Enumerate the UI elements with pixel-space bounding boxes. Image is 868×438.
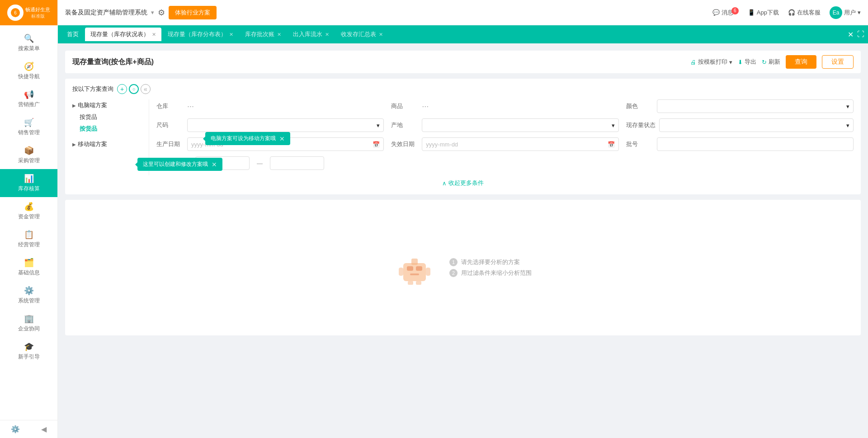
filter-qty: 现存量（主） — <box>156 156 854 170</box>
main-content: 装备及固定资产辅助管理系统 ▾ ⚙ 体验行业方案 💬 消息 6 📱 App下载 … <box>58 0 868 438</box>
page-actions: 🖨 按模板打印 ▾ ⬇ 导出 ↻ 刷新 查询 设置 <box>690 55 854 69</box>
sidebar-item-system[interactable]: ⚙️ 系统管理 <box>0 281 57 309</box>
tab-collect-summary[interactable]: 收发存汇总表 ✕ <box>335 28 388 41</box>
template-print-btn[interactable]: 🖨 按模板打印 ▾ <box>690 58 732 66</box>
system-title: 装备及固定资产辅助管理系统 <box>65 9 147 17</box>
color-select[interactable]: ▾ <box>657 99 854 113</box>
online-service-action[interactable]: 🎧 在线客服 <box>788 9 821 17</box>
qty-max-input[interactable] <box>270 156 324 170</box>
sidebar-item-guide[interactable]: 🧭 快捷导航 <box>0 57 57 85</box>
refresh-btn[interactable]: ↻ 刷新 <box>762 58 780 66</box>
company-icon: 🏢 <box>24 314 34 324</box>
tab-close-inventory-dist[interactable]: ✕ <box>229 32 233 38</box>
search-icon: 🔍 <box>24 33 34 43</box>
filter-inventory-status: 现存量状态 ▾ <box>626 118 854 132</box>
purchase-icon: 📦 <box>24 146 34 155</box>
sidebar-item-company[interactable]: 🏢 企业协同 <box>0 309 57 337</box>
content-area: 现存量查询(按仓库+商品) 🖨 按模板打印 ▾ ⬇ 导出 ↻ 刷新 查询 设置 <box>58 43 868 438</box>
settings-bottom-icon[interactable]: ⚙️ <box>11 425 20 433</box>
finance-icon: 💰 <box>24 202 34 212</box>
svg-rect-9 <box>408 281 413 285</box>
sidebar-item-search[interactable]: 🔍 搜索菜单 <box>0 29 57 57</box>
user-action[interactable]: Ea 用户 ▾ <box>830 6 861 19</box>
empty-illustration <box>394 247 435 288</box>
inventory-status-chevron-icon: ▾ <box>846 122 849 129</box>
prev-scheme-btn[interactable]: « <box>141 84 151 94</box>
expiry-date-input[interactable]: yyyy-mm-dd 📅 <box>422 137 618 151</box>
sidebar-item-finance[interactable]: 💰 资金管理 <box>0 197 57 225</box>
tab-inout-flow[interactable]: 出入库流水 ✕ <box>288 28 335 41</box>
tab-inventory-status[interactable]: 现存量（库存状况表） ✕ <box>85 28 161 41</box>
sidebar-item-purchase[interactable]: 📦 采购管理 <box>0 141 57 169</box>
notification-action[interactable]: 💬 消息 6 <box>712 9 739 17</box>
color-chevron-icon: ▾ <box>846 103 849 110</box>
filter-batch: 批号 <box>626 137 854 151</box>
collapse-sidebar-icon[interactable]: ◀ <box>41 425 47 433</box>
avatar: Ea <box>830 6 842 19</box>
sales-icon: 🛒 <box>24 118 34 127</box>
filter-panel: 按以下方案查询 + ○ « ▶ 电脑端方案 按货品 <box>65 79 861 194</box>
sidebar-item-newbie[interactable]: 🎓 新手引导 <box>0 337 57 365</box>
inventory-icon: 📊 <box>24 174 34 184</box>
sidebar-item-marketing[interactable]: 📢 营销推广 <box>0 85 57 113</box>
maximize-btn[interactable]: ⛶ <box>857 30 864 38</box>
tab-close-inventory-status[interactable]: ✕ <box>152 32 156 38</box>
tab-home[interactable]: 首页 <box>61 28 84 41</box>
mobile-icon: 📱 <box>748 9 755 16</box>
batch-input[interactable] <box>657 137 854 151</box>
tree-item-product1[interactable]: 按货品 <box>72 111 143 123</box>
inventory-status-select[interactable]: ▾ <box>659 118 854 132</box>
close-all-tabs-btn[interactable]: ✕ <box>848 30 854 39</box>
sidebar-item-inventory[interactable]: 📊 库存核算 <box>0 169 57 197</box>
tree-item-product2[interactable]: 按货品 <box>72 123 143 135</box>
export-btn[interactable]: ⬇ 导出 <box>738 58 756 66</box>
collapse-filter-btn[interactable]: ∧ 收起更多条件 <box>72 175 854 193</box>
logo-text: 畅通好生意 标准版 <box>25 6 50 19</box>
tab-close-inout-flow[interactable]: ✕ <box>325 32 329 38</box>
product-dots[interactable]: ··· <box>422 102 429 111</box>
empty-tips: 1 请先选择要分析的方案 2 用过滤条件来缩小分析范围 <box>449 258 532 277</box>
tree-item-desktop[interactable]: ▶ 电脑端方案 <box>72 99 143 111</box>
tab-close-batch-account[interactable]: ✕ <box>277 32 281 38</box>
svg-rect-7 <box>399 268 403 276</box>
origin-select[interactable]: ▾ <box>422 118 618 132</box>
filter-row-4: 现存量（主） — <box>156 156 854 170</box>
sidebar-item-basic[interactable]: 🗂️ 基础信息 <box>0 253 57 281</box>
page-header: 现存量查询(按仓库+商品) 🖨 按模板打印 ▾ ⬇ 导出 ↻ 刷新 查询 设置 <box>65 51 861 73</box>
service-icon: 🎧 <box>788 9 795 16</box>
query-btn[interactable]: 查询 <box>786 55 816 69</box>
filter-origin: 产地 ▾ <box>391 118 618 132</box>
page-title: 现存量查询(按仓库+商品) <box>72 57 154 67</box>
dropdown-chevron[interactable]: ▾ <box>151 9 154 16</box>
tab-inventory-dist[interactable]: 现存量（库存分布表） ✕ <box>162 28 239 41</box>
tree-arrow-desktop: ▶ <box>72 103 76 108</box>
tree-item-mobile[interactable]: ▶ 移动端方案 <box>72 138 143 150</box>
tip-num-1: 1 <box>449 258 458 266</box>
filter-warehouse: 仓库 ··· <box>156 102 384 111</box>
sidebar-logo: 6 畅通好生意 标准版 <box>0 0 57 25</box>
size-select[interactable]: ▾ <box>187 118 384 132</box>
tab-bar-actions: ✕ ⛶ <box>848 30 864 39</box>
sidebar-item-operation[interactable]: 📋 经营管理 <box>0 225 57 253</box>
filter-size: 尺码 ▾ <box>156 118 384 132</box>
settings-gear-icon[interactable]: ⚙ <box>158 8 165 18</box>
sidebar-item-sales[interactable]: 🛒 销售管理 <box>0 113 57 141</box>
system-icon: ⚙️ <box>24 286 34 296</box>
tooltip-scheme-close[interactable]: ✕ <box>212 161 217 168</box>
tab-close-collect-summary[interactable]: ✕ <box>379 32 383 38</box>
industry-btn[interactable]: 体验行业方案 <box>169 6 217 19</box>
export-icon: ⬇ <box>738 59 743 66</box>
app-download-action[interactable]: 📱 App下载 <box>748 9 779 17</box>
tooltip-desktop-close[interactable]: ✕ <box>279 135 285 142</box>
svg-rect-8 <box>426 268 430 276</box>
tab-batch-account[interactable]: 库存批次账 ✕ <box>240 28 287 41</box>
set-btn[interactable]: 设置 <box>822 55 854 69</box>
edit-scheme-btn[interactable]: ○ <box>129 84 139 94</box>
warehouse-dots[interactable]: ··· <box>187 102 194 111</box>
add-scheme-btn[interactable]: + <box>117 84 127 94</box>
prod-date-calendar-icon: 📅 <box>373 141 380 148</box>
top-header: 装备及固定资产辅助管理系统 ▾ ⚙ 体验行业方案 💬 消息 6 📱 App下载 … <box>58 0 868 25</box>
svg-rect-2 <box>403 263 426 281</box>
svg-rect-6 <box>411 259 418 265</box>
newbie-icon: 🎓 <box>24 342 34 352</box>
